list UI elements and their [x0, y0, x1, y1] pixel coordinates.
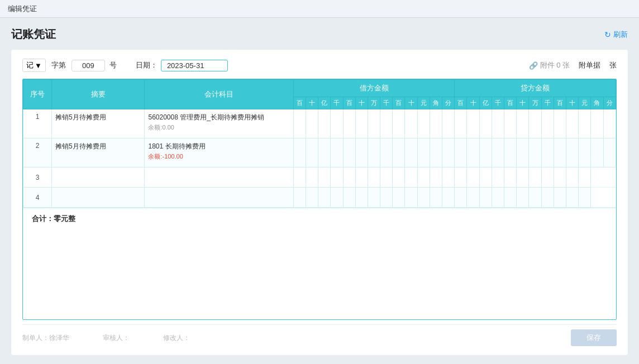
row1-db11[interactable] [417, 109, 430, 138]
row1-cr7[interactable] [529, 109, 541, 138]
credit-d5: 百 [504, 97, 517, 109]
row3-account[interactable] [145, 167, 293, 188]
row2-db13[interactable] [442, 138, 455, 167]
title-bar: 编辑凭证 [0, 0, 639, 18]
credit-d9: 百 [554, 97, 566, 109]
zi-label: 字第 [51, 60, 66, 70]
row3-summary[interactable] [52, 167, 145, 188]
row1-db5[interactable] [343, 109, 355, 138]
hao-label: 号 [109, 60, 117, 70]
credit-d8: 千 [541, 97, 554, 109]
row1-account[interactable]: 56020008 管理费用_长期待摊费用摊销 余额:0.00 [145, 109, 293, 138]
row1-cr12[interactable] [591, 109, 603, 138]
row1-db9[interactable] [393, 109, 405, 138]
row1-cr3[interactable] [479, 109, 492, 138]
row1-seq: 1 [23, 109, 52, 138]
save-button[interactable]: 保存 [571, 329, 617, 346]
row1-cr13[interactable] [603, 109, 616, 138]
debit-d6: 十 [355, 97, 368, 109]
row2-db12[interactable] [430, 138, 442, 167]
row2-cr2[interactable] [467, 138, 479, 167]
row2-db10[interactable] [405, 138, 417, 167]
row1-cr11[interactable] [579, 109, 591, 138]
row1-db2[interactable] [306, 109, 318, 138]
refresh-label: 刷新 [613, 30, 628, 40]
row1-db6[interactable] [355, 109, 368, 138]
debit-d2: 十 [306, 97, 318, 109]
row2-cr3[interactable] [479, 138, 492, 167]
row2-db3[interactable] [318, 138, 331, 167]
row2-cr4[interactable] [492, 138, 504, 167]
page-title: 记账凭证 [11, 27, 56, 42]
row1-cr8[interactable] [541, 109, 554, 138]
row4-summary[interactable] [52, 188, 145, 208]
col-header-account: 会计科目 [145, 80, 293, 109]
row1-cr5[interactable] [504, 109, 517, 138]
dropdown-arrow-icon: ▼ [35, 61, 42, 70]
main-container: 记账凭证 ↻ 刷新 记 ▼ 字第 号 日期： 🔗 [0, 18, 639, 364]
row2-cr11[interactable] [579, 138, 591, 167]
paperclip-icon: 🔗 [529, 61, 538, 70]
row2-cr8[interactable] [541, 138, 554, 167]
row2-db8[interactable] [380, 138, 393, 167]
row1-db3[interactable] [318, 109, 331, 138]
row1-balance: 余额:0.00 [148, 123, 289, 132]
date-group: 日期： [136, 60, 228, 71]
row2-seq: 2 [23, 138, 52, 167]
table-header-row1: 序号 摘要 会计科目 借方金额 贷方金额 [23, 80, 616, 97]
row1-summary[interactable]: 摊销5月待摊费用 [52, 109, 145, 138]
attach-single-button[interactable]: 附单据 [579, 60, 600, 70]
row2-db9[interactable] [393, 138, 405, 167]
row2-cr7[interactable] [529, 138, 541, 167]
row1-cr9[interactable] [554, 109, 566, 138]
debit-d3: 亿 [318, 97, 331, 109]
credit-d6: 十 [517, 97, 529, 109]
debit-d9: 百 [393, 97, 405, 109]
row4-account[interactable] [145, 188, 293, 208]
row1-cr4[interactable] [492, 109, 504, 138]
col-header-summary: 摘要 [52, 80, 145, 109]
row2-cr9[interactable] [554, 138, 566, 167]
row2-db1[interactable] [293, 138, 306, 167]
row2-db6[interactable] [355, 138, 368, 167]
row2-db2[interactable] [306, 138, 318, 167]
row1-db13[interactable] [442, 109, 455, 138]
refresh-button[interactable]: ↻ 刷新 [604, 30, 628, 40]
row4-seq: 4 [23, 188, 52, 208]
voucher-table: 序号 摘要 会计科目 借方金额 贷方金额 百 十 亿 千 百 十 万 [23, 79, 616, 208]
debit-d5: 百 [343, 97, 355, 109]
form-bar: 记 ▼ 字第 号 日期： 🔗 附件 0 张 附单据 张 [22, 59, 617, 72]
zi-input[interactable] [71, 60, 105, 71]
row2-cr5[interactable] [504, 138, 517, 167]
row2-cr10[interactable] [566, 138, 578, 167]
row1-cr1[interactable] [455, 109, 467, 138]
date-label: 日期： [136, 60, 158, 70]
row2-cr1[interactable] [455, 138, 467, 167]
date-input[interactable] [161, 60, 228, 71]
row1-db4[interactable] [331, 109, 343, 138]
row1-db1[interactable] [293, 109, 306, 138]
row2-db4[interactable] [331, 138, 343, 167]
voucher-card: 记 ▼ 字第 号 日期： 🔗 附件 0 张 附单据 张 [11, 50, 628, 355]
right-actions: 🔗 附件 0 张 附单据 张 [529, 60, 617, 70]
row1-cr10[interactable] [566, 109, 578, 138]
row2-account[interactable]: 1801 长期待摊费用 余额:-100.00 [145, 138, 293, 167]
col-header-seq: 序号 [23, 80, 52, 109]
row1-db8[interactable] [380, 109, 393, 138]
row1-db10[interactable] [405, 109, 417, 138]
row1-db12[interactable] [430, 109, 442, 138]
row2-balance: 余额:-100.00 [148, 152, 289, 161]
row2-db5[interactable] [343, 138, 355, 167]
row2-summary[interactable]: 摊销5月待摊费用 [52, 138, 145, 167]
row2-db11[interactable] [417, 138, 430, 167]
ji-dropdown[interactable]: 记 ▼ [22, 59, 46, 72]
row2-cr12[interactable] [591, 138, 603, 167]
row2-cr6[interactable] [517, 138, 529, 167]
creator-label: 制单人：徐泽华 [22, 333, 69, 343]
row1-db7[interactable] [368, 109, 380, 138]
row2-db7[interactable] [368, 138, 380, 167]
row2-cr13[interactable] [603, 138, 616, 167]
row1-cr2[interactable] [467, 109, 479, 138]
row1-cr6[interactable] [517, 109, 529, 138]
attach-button[interactable]: 🔗 附件 0 张 [529, 60, 570, 70]
